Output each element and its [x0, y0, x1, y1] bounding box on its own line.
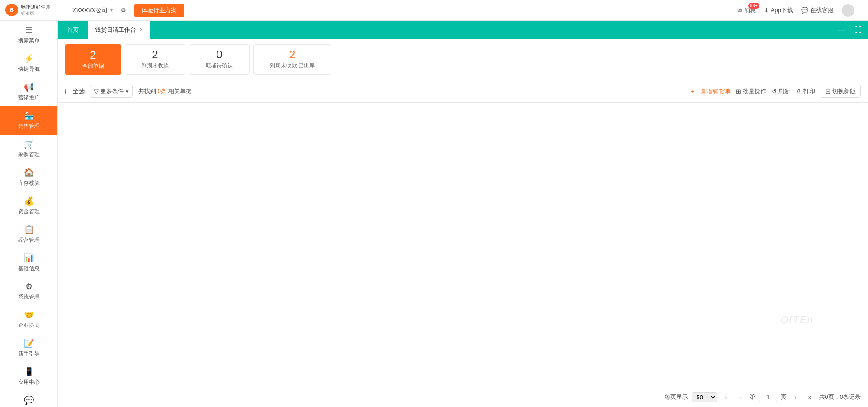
sidebar-item-marketing[interactable]: 📢 营销推广 [0, 78, 57, 106]
tab-minimize-button[interactable]: — [835, 23, 848, 36]
add-icon: + [691, 88, 694, 95]
batch-label: 批量操作 [743, 87, 766, 95]
sidebar-item-sales[interactable]: 🏪 销售管理 [0, 106, 57, 135]
sidebar-item-wechat[interactable]: 💬 企业微信 [0, 391, 57, 407]
last-page-button[interactable]: » [805, 392, 816, 402]
refresh-label: 刷新 [778, 87, 790, 95]
operations-icon: 📋 [24, 225, 34, 234]
online-service-label: 在线客服 [810, 6, 834, 14]
main-content: 首页 钱货日清工作台 × — ⛶ 2 全部单据 2 到期未收款 [58, 21, 868, 407]
stat-card-wangfu[interactable]: 0 旺辅待确认 [189, 44, 250, 75]
sidebar-label-app-center: 应用中心 [18, 379, 40, 386]
sidebar-item-search-menu[interactable]: ☰ 搜索菜单 [0, 21, 57, 49]
batch-button[interactable]: ⊞ 批量操作 [736, 87, 766, 95]
sidebar-label-operations: 经营管理 [18, 236, 40, 244]
stats-row: 2 全部单据 2 到期未收款 0 旺辅待确认 2 到期未收款 已出库 [58, 39, 868, 80]
stat-number-overdue: 2 [152, 48, 158, 61]
toolbar: 全选 ▽ 更多条件 ▾ 共找到 0条 相关单据 + + 新增销货单 ⊞ [58, 80, 868, 103]
tab-active[interactable]: 钱货日清工作台 × [88, 21, 150, 39]
stat-number-wangfu: 0 [216, 48, 222, 61]
print-button[interactable]: 🖨 打印 [796, 87, 815, 95]
logo-area: 6 畅捷通好生意 标准版 [5, 4, 63, 16]
marketing-icon: 📢 [24, 82, 34, 92]
sidebar-label-enterprise: 企业协同 [18, 322, 40, 329]
sidebar-label-purchase: 采购管理 [18, 151, 40, 159]
main-layout: ☰ 搜索菜单 ⚡ 快捷导航 📢 营销推广 🏪 销售管理 🛒 采购管理 🏠 库存核… [0, 21, 868, 407]
add-sale-button[interactable]: + + 新增销货单 [691, 87, 731, 95]
stat-label-all: 全部单据 [82, 62, 104, 70]
sidebar-item-enterprise[interactable]: 🤝 企业协同 [0, 305, 57, 334]
sidebar-item-basic-info[interactable]: 📊 基础信息 [0, 248, 57, 277]
avatar[interactable] [842, 4, 854, 17]
gear-icon: ⚙ [121, 7, 126, 14]
stat-card-all[interactable]: 2 全部单据 [65, 44, 121, 75]
basic-info-icon: 📊 [24, 253, 34, 263]
experience-button[interactable]: 体验行业方案 [134, 4, 184, 17]
per-page-select[interactable]: 50 100 [692, 392, 717, 402]
filter-chevron-icon: ▾ [126, 88, 129, 95]
toolbar-right: + + 新增销货单 ⊞ 批量操作 ↺ 刷新 🖨 打印 [691, 85, 861, 98]
sidebar-item-finance[interactable]: 💰 资金管理 [0, 192, 57, 220]
online-service-button[interactable]: 💬 在线客服 [801, 6, 834, 14]
sidebar-item-guide[interactable]: 📝 新手引导 [0, 334, 57, 362]
search-menu-icon: ☰ [25, 25, 33, 35]
next-page-button[interactable]: › [790, 392, 801, 402]
select-all-label[interactable]: 全选 [65, 87, 85, 95]
tab-active-label: 钱货日清工作台 [95, 26, 136, 34]
finance-icon: 💰 [24, 196, 34, 206]
content-area: 2 全部单据 2 到期未收款 0 旺辅待确认 2 到期未收款 已出库 [58, 39, 868, 407]
tab-bar: 首页 钱货日清工作台 × — ⛶ [58, 21, 868, 39]
sidebar-label-marketing: 营销推广 [18, 94, 40, 102]
sidebar-item-inventory[interactable]: 🏠 库存核算 [0, 163, 57, 192]
switch-label: 切换新版 [832, 87, 856, 95]
company-selector[interactable]: XXXXXX公司 ▾ [72, 6, 113, 14]
stat-label-wangfu: 旺辅待确认 [206, 62, 233, 70]
total-label: 共0页，0条记录 [819, 393, 861, 401]
tab-maximize-button[interactable]: ⛶ [852, 23, 864, 36]
sidebar-item-operations[interactable]: 📋 经营管理 [0, 220, 57, 248]
add-label: + 新增销货单 [696, 87, 731, 95]
first-page-button[interactable]: « [721, 392, 731, 402]
logo-text: 畅捷通好生意 [21, 4, 51, 10]
sidebar-label-basic-info: 基础信息 [18, 265, 40, 272]
table-area [58, 103, 868, 387]
sidebar-label-sales: 销售管理 [18, 122, 40, 130]
sidebar-item-quick-nav[interactable]: ⚡ 快捷导航 [0, 49, 57, 78]
tab-home[interactable]: 首页 [58, 21, 88, 39]
download-icon: ⬇ [764, 7, 769, 14]
filter-button[interactable]: ▽ 更多条件 ▾ [90, 85, 133, 98]
sidebar-label-finance: 资金管理 [18, 208, 40, 215]
stat-card-overdue[interactable]: 2 到期未收款 [125, 44, 185, 75]
found-text: 共找到 0条 相关单据 [138, 87, 192, 95]
found-count: 0条 [158, 88, 167, 94]
settings-button[interactable]: ⚙ [117, 4, 130, 17]
top-right-area: ✉ 消息 99+ ⬇ App下载 💬 在线客服 [737, 4, 863, 17]
print-label: 打印 [803, 87, 815, 95]
sales-icon: 🏪 [24, 111, 34, 121]
stat-card-shipped[interactable]: 2 到期未收款 已出库 [253, 44, 331, 75]
batch-icon: ⊞ [736, 88, 741, 95]
sidebar-item-system[interactable]: ⚙ 系统管理 [0, 277, 57, 305]
select-all-text: 全选 [73, 87, 85, 95]
message-button[interactable]: ✉ 消息 99+ [737, 6, 756, 14]
stat-label-overdue: 到期未收款 [142, 62, 169, 70]
page-label: 第 [750, 393, 755, 401]
tab-close-icon[interactable]: × [140, 27, 143, 33]
logo-icon: 6 [5, 4, 18, 16]
switch-version-button[interactable]: ⊟ 切换新版 [821, 85, 861, 98]
switch-icon: ⊟ [826, 88, 830, 95]
select-all-checkbox[interactable] [65, 89, 71, 94]
page-label2: 页 [781, 393, 787, 401]
page-input[interactable] [759, 393, 777, 402]
system-icon: ⚙ [25, 281, 33, 291]
refresh-icon: ↺ [772, 88, 777, 95]
sidebar-label-guide: 新手引导 [18, 350, 40, 358]
filter-label: 更多条件 [100, 87, 124, 95]
app-download-button[interactable]: ⬇ App下载 [764, 6, 793, 14]
app-center-icon: 📱 [24, 367, 34, 377]
sidebar-item-app-center[interactable]: 📱 应用中心 [0, 362, 57, 391]
prev-page-button[interactable]: ‹ [735, 392, 746, 402]
sidebar-item-purchase[interactable]: 🛒 采购管理 [0, 135, 57, 163]
refresh-button[interactable]: ↺ 刷新 [772, 87, 790, 95]
guide-icon: 📝 [24, 338, 34, 348]
